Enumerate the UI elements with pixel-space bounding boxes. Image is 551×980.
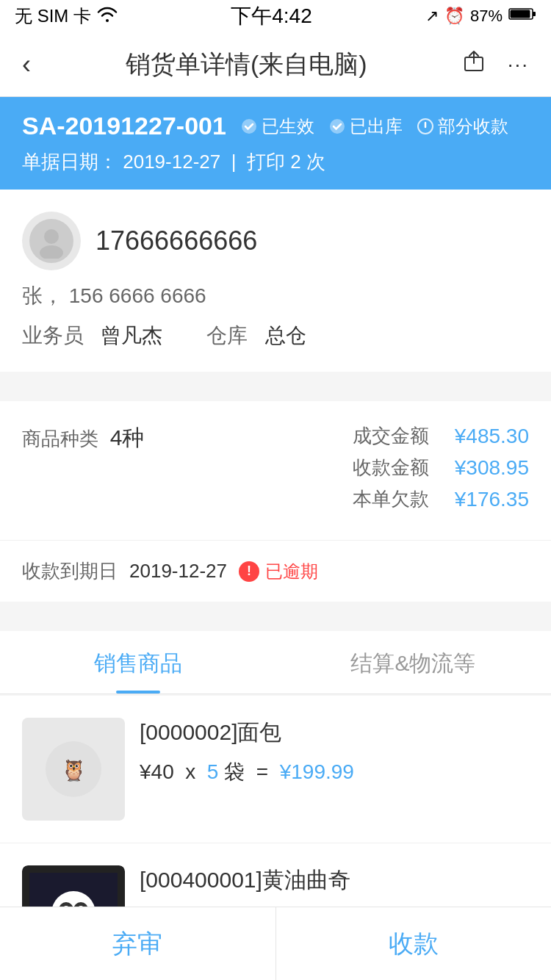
- customer-sub: 张， 156 6666 6666: [22, 282, 529, 310]
- svg-point-7: [44, 229, 59, 244]
- order-header: SA-20191227-001 已生效 已出库 部分收款 单据日期： 2019-…: [0, 97, 551, 190]
- svg-text:🦉: 🦉: [61, 758, 87, 782]
- page-title: 销货单详情(来自电脑): [126, 48, 367, 82]
- overdue-badge: ! 已逾期: [239, 560, 318, 583]
- battery-label: 87%: [470, 7, 503, 26]
- overdue-icon: !: [239, 561, 259, 582]
- summary-left: 商品种类 4种: [22, 423, 144, 453]
- sales-label: 业务员: [22, 324, 84, 347]
- bottom-actions: 弃审 收款: [0, 907, 551, 980]
- deal-amount-value: ¥485.30: [441, 425, 529, 448]
- due-date-label: 收款到期日: [22, 558, 118, 584]
- tabs-section: 销售商品 结算&物流等: [0, 631, 551, 694]
- avatar: [22, 212, 81, 270]
- alarm-icon: ⏰: [444, 7, 464, 26]
- product-qty-1: 5: [207, 760, 219, 783]
- tab-settlement[interactable]: 结算&物流等: [276, 631, 551, 693]
- svg-rect-2: [511, 10, 530, 18]
- order-id: SA-20191227-001: [22, 112, 226, 140]
- product-name-2: [000400001]黄油曲奇: [140, 865, 529, 896]
- product-info-1: [0000002]面包 ¥40 x 5 袋 = ¥199.99: [140, 718, 529, 786]
- product-total-1: ¥199.99: [280, 760, 354, 783]
- summary-right: 成交金额 ¥485.30 收款金额 ¥308.95 本单欠款 ¥176.35: [353, 423, 529, 518]
- order-meta: 单据日期： 2019-12-27 | 打印 2 次: [22, 149, 529, 175]
- warehouse-name: 总仓: [265, 324, 306, 347]
- wifi-icon: [97, 6, 118, 26]
- warehouse-label: 仓库: [206, 324, 248, 347]
- badge-shipped: 已出库: [329, 115, 403, 138]
- due-date-value: 2019-12-27: [129, 560, 227, 583]
- received-amount-value: ¥308.95: [441, 456, 529, 480]
- sales-name: 曾凡杰: [101, 324, 162, 347]
- badge-partial: 部分收款: [417, 115, 508, 138]
- confirm-button[interactable]: 收款: [276, 907, 552, 980]
- status-bar: 无 SIM 卡 下午4:42 ↗ ⏰ 87%: [0, 0, 551, 32]
- divider-1: [0, 386, 551, 401]
- received-amount-row: 收款金额 ¥308.95: [353, 455, 529, 480]
- status-left: 无 SIM 卡: [15, 4, 118, 28]
- product-price-1: ¥40 x 5 袋 = ¥199.99: [140, 758, 529, 786]
- share-icon[interactable]: [462, 50, 486, 79]
- cancel-button[interactable]: 弃审: [0, 907, 276, 980]
- tab-products[interactable]: 销售商品: [0, 631, 276, 693]
- divider-2: [0, 616, 551, 631]
- summary-section: 商品种类 4种 成交金额 ¥485.30 收款金额 ¥308.95 本单欠款 ¥…: [0, 401, 551, 540]
- back-button[interactable]: ‹: [22, 49, 31, 80]
- product-name-1: [0000002]面包: [140, 718, 529, 748]
- customer-meta: 业务员 曾凡杰 仓库 总仓: [22, 322, 529, 350]
- svg-point-4: [242, 119, 256, 134]
- nav-right-actions: ···: [462, 50, 529, 79]
- due-date-section: 收款到期日 2019-12-27 ! 已逾期: [0, 540, 551, 602]
- battery-icon: [508, 7, 536, 26]
- status-right: ↗ ⏰ 87%: [425, 7, 536, 26]
- location-icon: ↗: [425, 7, 439, 26]
- product-type-value: 4种: [110, 425, 145, 450]
- carrier-label: 无 SIM 卡: [15, 4, 91, 28]
- svg-point-8: [40, 245, 63, 259]
- overdue-label: 已逾期: [265, 560, 318, 583]
- svg-rect-1: [533, 12, 536, 16]
- deal-amount-label: 成交金额: [353, 423, 429, 449]
- list-item: 🦉 [0000002]面包 ¥40 x 5 袋 = ¥199.99: [0, 696, 551, 843]
- badge-effective: 已生效: [241, 115, 314, 138]
- customer-name: 17666666666: [96, 226, 257, 256]
- status-time: 下午4:42: [231, 2, 312, 30]
- deal-amount-row: 成交金额 ¥485.30: [353, 423, 529, 449]
- received-amount-label: 收款金额: [353, 455, 429, 480]
- more-icon[interactable]: ···: [508, 53, 529, 76]
- due-amount-row: 本单欠款 ¥176.35: [353, 486, 529, 512]
- product-thumbnail-1: 🦉: [22, 718, 125, 821]
- due-amount-label: 本单欠款: [353, 486, 429, 512]
- due-amount-value: ¥176.35: [441, 488, 529, 511]
- customer-section: 17666666666 张， 156 6666 6666 业务员 曾凡杰 仓库 …: [0, 190, 551, 372]
- product-type-label: 商品种类: [22, 428, 98, 450]
- svg-point-5: [330, 119, 345, 134]
- nav-bar: ‹ 销货单详情(来自电脑) ···: [0, 32, 551, 97]
